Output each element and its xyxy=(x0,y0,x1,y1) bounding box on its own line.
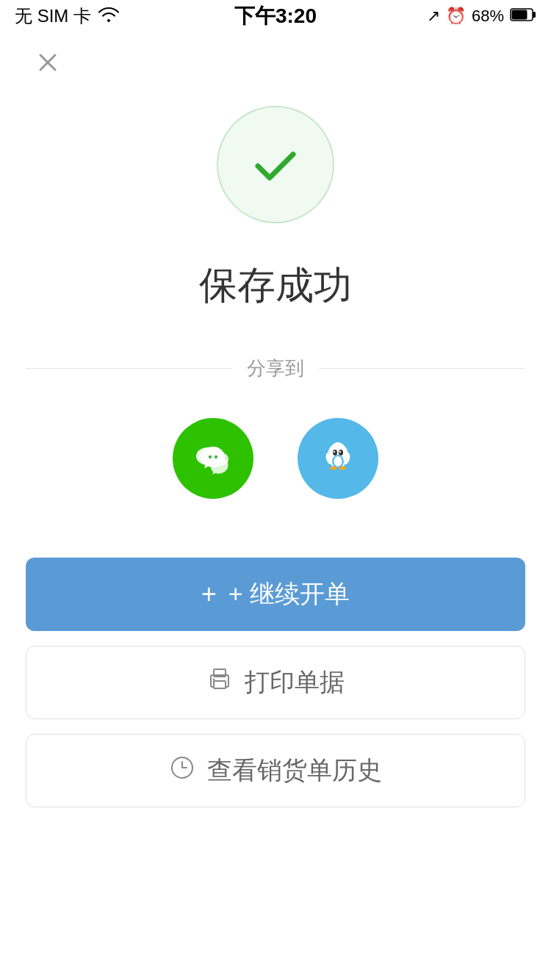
share-section: 分享到 xyxy=(26,356,525,499)
svg-point-18 xyxy=(339,451,341,453)
alarm-icon: ⏰ xyxy=(446,7,466,26)
share-label: 分享到 xyxy=(247,356,304,381)
svg-point-15 xyxy=(333,450,337,455)
success-title: 保存成功 xyxy=(199,260,352,311)
qq-share-button[interactable] xyxy=(298,418,378,499)
share-icons xyxy=(26,418,525,499)
carrier-text: 无 SIM 卡 xyxy=(15,4,91,28)
history-icon xyxy=(169,754,195,787)
print-button[interactable]: 打印单据 xyxy=(26,646,525,719)
continue-order-button[interactable]: + + 继续开单 xyxy=(26,558,525,631)
status-left: 无 SIM 卡 xyxy=(15,4,119,28)
svg-point-23 xyxy=(334,456,342,466)
svg-rect-28 xyxy=(214,681,226,688)
close-button[interactable] xyxy=(29,44,66,81)
history-button[interactable]: 查看销货单历史 xyxy=(26,734,525,807)
continue-icon: + xyxy=(201,579,217,610)
svg-point-29 xyxy=(213,679,215,681)
svg-rect-1 xyxy=(533,12,536,18)
print-label: 打印单据 xyxy=(245,666,345,699)
action-buttons: + + 继续开单 打印单据 查看销货单历 xyxy=(26,558,525,807)
svg-point-16 xyxy=(339,450,343,455)
battery-percentage: 68% xyxy=(472,7,504,26)
location-icon: ↗ xyxy=(427,7,440,26)
print-icon xyxy=(206,666,233,699)
svg-point-12 xyxy=(215,455,217,458)
history-label: 查看销货单历史 xyxy=(207,754,382,788)
success-icon-circle xyxy=(217,106,334,223)
svg-rect-2 xyxy=(512,10,527,20)
status-bar: 无 SIM 卡 下午3:20 ↗ ⏰ 68% xyxy=(0,0,551,32)
continue-label: + 继续开单 xyxy=(228,577,350,611)
time-display: 下午3:20 xyxy=(234,2,317,30)
share-divider: 分享到 xyxy=(26,356,525,381)
wechat-share-button[interactable] xyxy=(173,418,253,499)
status-right: ↗ ⏰ 68% xyxy=(427,7,536,26)
wifi-icon xyxy=(98,6,119,26)
svg-point-17 xyxy=(334,451,335,453)
main-content: 保存成功 分享到 xyxy=(0,32,551,807)
svg-point-11 xyxy=(209,455,212,458)
battery-icon xyxy=(510,7,536,26)
